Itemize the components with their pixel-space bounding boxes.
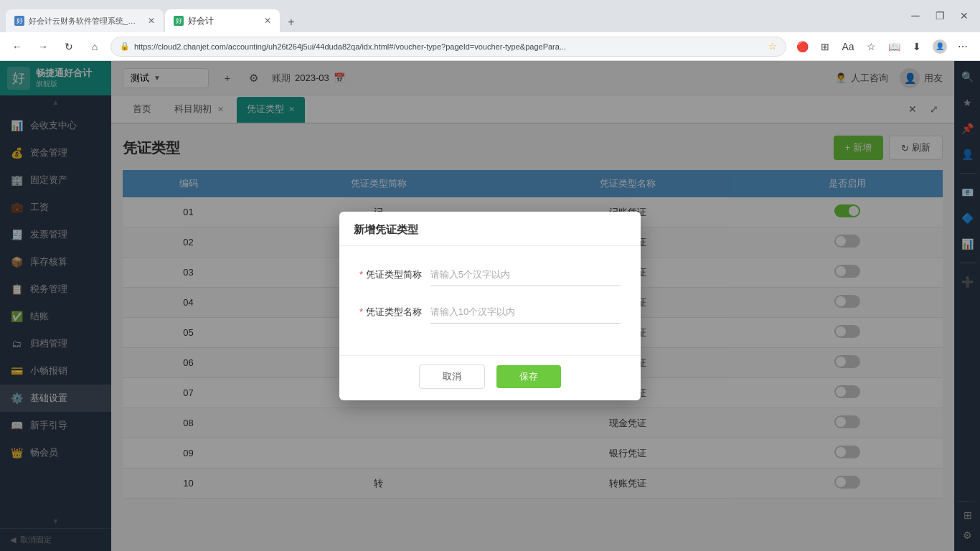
home-button[interactable]: ⌂: [85, 37, 105, 57]
full-name-field: 凭证类型名称: [359, 301, 621, 324]
extensions-button[interactable]: 🔴: [792, 37, 812, 57]
cancel-button[interactable]: 取消: [419, 364, 485, 389]
minimize-button[interactable]: ─: [905, 6, 925, 26]
nav-right-icons: 🔴 ⊞ Aa ☆ 📖 ⬇ 👤 ⋯: [792, 37, 973, 57]
short-name-field: 凭证类型简称: [359, 263, 621, 286]
browser-chrome: 好 好会计云财务软件管理系统_会计 ✕ 好 好会计 ✕ + ─ ❐ ✕: [0, 0, 980, 32]
url-text: https://cloud2.chanjet.com/accounting/uh…: [134, 42, 764, 51]
tab-title-1: 好会计云财务软件管理系统_会计: [29, 16, 143, 27]
forward-button[interactable]: →: [33, 37, 53, 57]
zoom-button[interactable]: Aa: [838, 37, 858, 57]
short-name-input[interactable]: [430, 263, 621, 286]
browser-tabs: 好 好会计云财务软件管理系统_会计 ✕ 好 好会计 ✕ +: [6, 0, 901, 32]
short-name-label: 凭证类型简称: [359, 268, 422, 281]
tab-close-1[interactable]: ✕: [148, 16, 155, 26]
tab-title-2: 好会计: [188, 15, 260, 27]
maximize-button[interactable]: ❐: [930, 6, 950, 26]
full-name-input[interactable]: [430, 301, 621, 324]
new-tab-button[interactable]: +: [281, 12, 301, 32]
back-button[interactable]: ←: [7, 37, 27, 57]
browser-tab-2[interactable]: 好 好会计 ✕: [165, 9, 280, 32]
tab-favicon-1: 好: [14, 16, 24, 26]
modal-body: 凭证类型简称 凭证类型名称: [339, 246, 641, 355]
browser-tab-1[interactable]: 好 好会计云财务软件管理系统_会计 ✕: [6, 9, 164, 32]
full-name-label: 凭证类型名称: [359, 306, 422, 319]
save-button[interactable]: 保存: [496, 365, 561, 388]
add-voucher-type-modal: 新增凭证类型 凭证类型简称 凭证类型名称 取消 保存: [339, 212, 641, 400]
refresh-button[interactable]: ↻: [59, 37, 79, 57]
modal-header: 新增凭证类型: [339, 212, 641, 246]
split-view-button[interactable]: ⊞: [815, 37, 835, 57]
lock-icon: 🔒: [120, 42, 130, 51]
browser-nav: ← → ↻ ⌂ 🔒 https://cloud2.chanjet.com/acc…: [0, 32, 980, 61]
downloads-button[interactable]: ⬇: [907, 37, 927, 57]
more-button[interactable]: ⋯: [953, 37, 973, 57]
bookmark-icon[interactable]: ☆: [768, 41, 777, 52]
tab-close-2[interactable]: ✕: [264, 16, 271, 26]
profile-button[interactable]: 👤: [930, 37, 950, 57]
modal-footer: 取消 保存: [339, 355, 641, 400]
reading-mode-button[interactable]: 📖: [884, 37, 904, 57]
favorites-button[interactable]: ☆: [861, 37, 881, 57]
tab-favicon-2: 好: [174, 16, 184, 26]
close-button[interactable]: ✕: [954, 6, 974, 26]
modal-title: 新增凭证类型: [354, 223, 418, 235]
modal-overlay: 新增凭证类型 凭证类型简称 凭证类型名称 取消 保存: [0, 61, 980, 551]
url-bar[interactable]: 🔒 https://cloud2.chanjet.com/accounting/…: [110, 37, 786, 57]
